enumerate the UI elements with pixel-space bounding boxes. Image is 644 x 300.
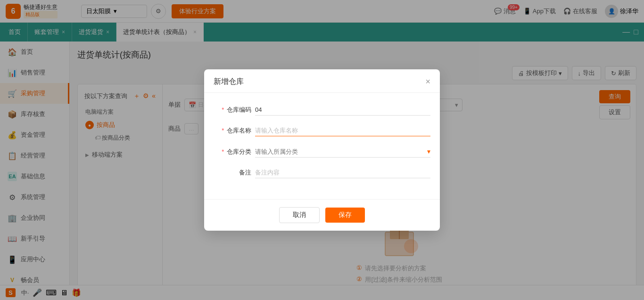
modal-title: 新增仓库 [214, 77, 244, 87]
modal-body: * 仓库编码 * 仓库名称 * 仓库分类 [204, 93, 440, 199]
save-button[interactable]: 保存 [325, 208, 365, 223]
modal-header: 新增仓库 × [204, 69, 440, 93]
required-star: * [222, 106, 224, 113]
category-label: * 仓库分类 [214, 148, 251, 156]
form-row-remark: 备注 [214, 167, 430, 178]
category-input[interactable] [255, 148, 427, 155]
cancel-button[interactable]: 取消 [279, 207, 320, 223]
code-label: * 仓库编码 [214, 106, 251, 114]
modal-close-icon[interactable]: × [425, 77, 430, 87]
category-arrow-icon[interactable]: ▾ [427, 148, 430, 155]
required-star-3: * [222, 148, 224, 155]
modal-footer: 取消 保存 [204, 199, 440, 231]
modal-overlay[interactable]: 新增仓库 × * 仓库编码 * 仓库名称 [0, 0, 644, 300]
remark-input[interactable] [255, 167, 430, 178]
warehouse-name-input[interactable] [255, 125, 430, 136]
name-label: * 仓库名称 [214, 126, 251, 135]
remark-label: 备注 [214, 168, 251, 177]
required-star-2: * [222, 127, 224, 134]
warehouse-code-input[interactable] [255, 104, 430, 116]
form-row-name: * 仓库名称 [214, 125, 430, 136]
new-warehouse-modal: 新增仓库 × * 仓库编码 * 仓库名称 [204, 69, 440, 231]
category-selector[interactable]: ▾ [255, 146, 430, 158]
form-row-code: * 仓库编码 [214, 104, 430, 116]
form-row-category: * 仓库分类 ▾ [214, 146, 430, 158]
